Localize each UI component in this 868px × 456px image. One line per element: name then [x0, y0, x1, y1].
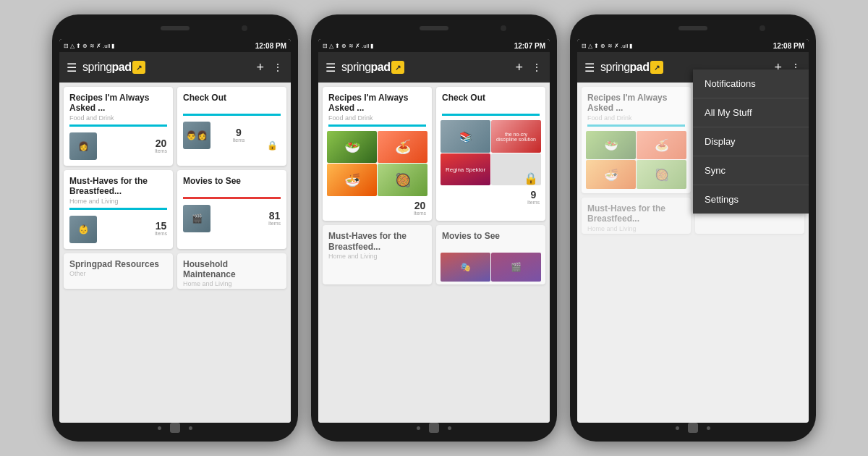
nav-home-1: [170, 423, 180, 433]
recipes-card-2[interactable]: Recipes I'm Always Asked ... Food and Dr…: [323, 87, 432, 221]
recipes-card-header-1: Recipes I'm Always Asked ... Food and Dr…: [64, 87, 173, 128]
checkout-grid-2: 📚 the no-cry discipline solution Regina …: [441, 120, 541, 185]
musthaves-images-1: 👶 15 Items: [64, 211, 173, 249]
movies-card-header-1: Movies to See: [177, 170, 286, 200]
checkout-thumb-1: 👨‍👩: [183, 122, 210, 149]
checkout-subtitle-1: [183, 104, 281, 111]
checkout-count-2: 9 Items: [527, 190, 540, 206]
checkout-bar-2: [442, 114, 540, 116]
menu-item-notifications[interactable]: Notifications: [693, 69, 809, 98]
content-area-1[interactable]: Recipes I'm Always Asked ... Food and Dr…: [59, 83, 291, 423]
recipes-count-num-1: 20: [155, 138, 167, 148]
musthaves-card-2[interactable]: Must-Haves for the Breastfeed... Home an…: [323, 225, 432, 284]
logo-badge-3: [650, 61, 663, 74]
musthaves-card-1[interactable]: Must-Haves for the Breastfeed... Home an…: [64, 170, 173, 249]
movies-bar-1: [183, 197, 281, 199]
recipes-bar-1: [69, 124, 167, 127]
musthaves-card-header-2: Must-Haves for the Breastfeed... Home an…: [323, 225, 432, 261]
signal-icons-2: ⊕ ≋ ✗ .ull: [341, 43, 369, 49]
recipe-img-3-3: 🍜: [586, 160, 636, 189]
springpad-card-1[interactable]: Springpad Resources Other: [64, 253, 173, 290]
checkout-title-2: Check Out: [442, 93, 540, 103]
header-left-2: ☰ springpad: [326, 61, 404, 75]
signal-icons-1: ⊕ ≋ ✗ .ull: [82, 43, 110, 49]
nav-back-3: [676, 426, 679, 430]
header-left-3: ☰ springpad: [584, 61, 663, 75]
phone-device-1: ⊟ △ ⬆ ⊕ ≋ ✗ .ull ▮ 12:08 PM ☰ springpad …: [52, 14, 298, 442]
phone-top-1: [59, 23, 291, 39]
musthaves-subtitle-3: Home and Living: [587, 225, 685, 232]
recipe-img-2: 🍝: [378, 131, 427, 164]
recipes-grid-3: 🥗 🍝 🍜 🥘: [586, 131, 686, 189]
phone-screen-2: ⊟ △ ⬆ ⊕ ≋ ✗ .ull ▮ 12:07 PM ☰ springpad …: [318, 39, 550, 423]
overflow-menu-button-1[interactable]: ⋮: [273, 62, 284, 73]
logo-badge-1: [132, 61, 145, 74]
phone-camera-1: [242, 25, 247, 31]
hamburger-icon-3[interactable]: ☰: [584, 61, 595, 75]
menu-item-all-my-stuff[interactable]: All My Stuff: [693, 98, 809, 127]
phone-screen-3: ⊟ △ ⬆ ⊕ ≋ ✗ .ull ▮ 12:08 PM ☰ springpad …: [577, 39, 809, 423]
overflow-menu-button-2[interactable]: ⋮: [532, 62, 542, 73]
battery-icon-1: ▮: [111, 43, 114, 49]
header-right-1: + ⋮: [256, 60, 284, 75]
logo-pad-2: pad: [371, 61, 391, 73]
phone-camera-2: [501, 25, 506, 31]
recipes-card-header-2: Recipes I'm Always Asked ... Food and Dr…: [323, 87, 432, 128]
household-subtitle-1: Home and Living: [183, 280, 281, 287]
menu-item-sync[interactable]: Sync: [693, 156, 809, 185]
phone-screen-1: ⊟ △ ⬆ ⊕ ≋ ✗ .ull ▮ 12:08 PM ☰ springpad …: [59, 39, 291, 423]
phone-speaker-3: [678, 26, 707, 30]
recipe-img-3: 🍜: [327, 164, 377, 196]
menu-item-display[interactable]: Display: [693, 127, 809, 156]
recipe-img-1: 🥗: [327, 131, 377, 164]
checkout-footer-2: 9 Items: [436, 190, 545, 210]
header-left-1: ☰ springpad: [67, 61, 145, 75]
phone-top-3: [577, 23, 809, 39]
status-icons-left-2: ⊟ △ ⬆ ⊕ ≋ ✗ .ull ▮: [323, 43, 373, 49]
phone-camera-3: [760, 25, 765, 31]
hamburger-icon-2[interactable]: ☰: [326, 61, 336, 75]
add-button-2[interactable]: +: [515, 60, 523, 75]
nav-back-1: [158, 426, 161, 430]
household-card-1[interactable]: Household Maintenance Home and Living: [177, 253, 286, 290]
musthaves-count-1: 15 Items: [155, 221, 167, 237]
musthaves-card-header-3: Must-Haves for the Breastfeed... Home an…: [582, 198, 691, 234]
checkout-card-2[interactable]: Check Out 📚 the no-cry discipline soluti…: [436, 87, 545, 221]
recipes-subtitle-2: Food and Drink: [328, 114, 426, 122]
movies-subtitle-2: [442, 242, 540, 250]
movies-card-1[interactable]: Movies to See 🎬 81 Items: [177, 170, 286, 249]
checkout-subtitle-2: [442, 104, 540, 111]
recipes-footer-2: 20 Items: [323, 200, 432, 221]
household-card-header-1: Household Maintenance Home and Living: [177, 253, 286, 290]
recipes-title-3: Recipes I'm Always Asked ...: [587, 93, 685, 114]
musthaves-subtitle-1: Home and Living: [69, 198, 167, 205]
status-bar-2: ⊟ △ ⬆ ⊕ ≋ ✗ .ull ▮ 12:07 PM: [318, 39, 550, 52]
notification-icons-3: ⊟ △ ⬆: [582, 43, 599, 49]
checkout-card-header-2: Check Out: [436, 87, 545, 117]
springpad-subtitle-1: Other: [69, 270, 167, 277]
logo-spring: spring: [82, 61, 112, 73]
phone-3: ⊟ △ ⬆ ⊕ ≋ ✗ .ull ▮ 12:08 PM ☰ springpad …: [570, 14, 816, 442]
musthaves-title-1: Must-Haves for the Breastfeed...: [69, 176, 167, 197]
musthaves-subtitle-2: Home and Living: [328, 253, 426, 260]
lock-icon-1: 🔒: [267, 140, 278, 151]
phone-bottom-2: [318, 423, 550, 433]
recipes-count-num-2: 20: [414, 200, 426, 211]
header-right-2: + ⋮: [515, 60, 542, 75]
recipes-card-1[interactable]: Recipes I'm Always Asked ... Food and Dr…: [64, 87, 173, 166]
app-header-2: ☰ springpad + ⋮: [318, 52, 550, 83]
menu-item-settings[interactable]: Settings: [693, 185, 809, 214]
battery-icon-3: ▮: [629, 43, 632, 49]
hamburger-icon-1[interactable]: ☰: [67, 61, 77, 75]
content-area-2[interactable]: Recipes I'm Always Asked ... Food and Dr…: [318, 83, 550, 423]
checkout-card-1[interactable]: Check Out 👨‍👩 9 Items 🔒: [177, 87, 286, 166]
notification-icons-1: ⊟ △ ⬆: [64, 43, 81, 49]
movies-card-2[interactable]: Movies to See 🎭 🎬: [436, 225, 545, 284]
phone-2: ⊟ △ ⬆ ⊕ ≋ ✗ .ull ▮ 12:07 PM ☰ springpad …: [311, 14, 557, 442]
recipes-subtitle-1: Food and Drink: [69, 114, 167, 122]
movies-images-1: 🎬 81 Items: [177, 200, 286, 238]
add-button-1[interactable]: +: [256, 60, 264, 75]
checkout-img-4: 🔒: [491, 153, 541, 186]
status-bar-1: ⊟ △ ⬆ ⊕ ≋ ✗ .ull ▮ 12:08 PM: [59, 39, 291, 52]
recipes-subtitle-3: Food and Drink: [587, 114, 685, 122]
